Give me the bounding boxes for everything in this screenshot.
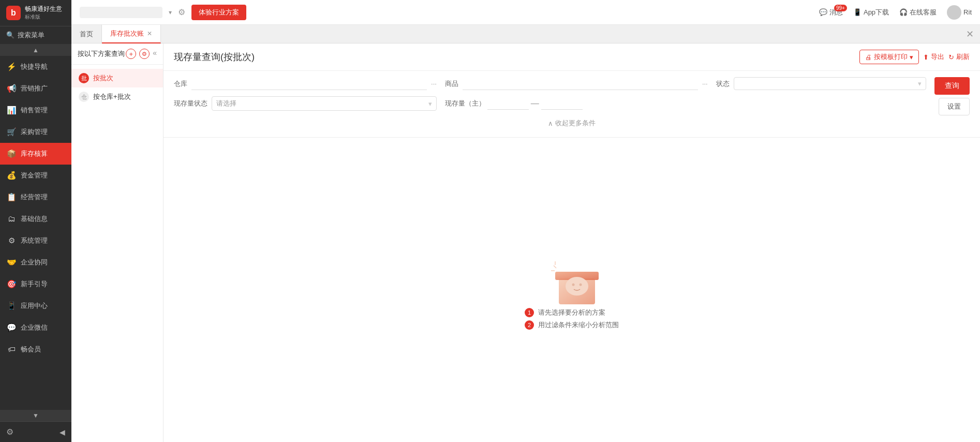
sidebar-item-enterprise[interactable]: 🤝 企业协同 <box>0 252 71 273</box>
industry-solution-button[interactable]: 体验行业方案 <box>191 5 246 20</box>
app-name: 畅康通好生意 <box>25 5 62 13</box>
empty-state: 1 请先选择要分析的方案 2 用过滤条件来缩小分析范围 <box>164 138 980 442</box>
app-info: 畅康通好生意 标准版 <box>25 5 62 21</box>
warehouse-label: 仓库 <box>174 79 187 89</box>
topbar: ▾ ⚙ 体验行业方案 💬 消息 99+ 📱 App下载 🎧 在线客服 Rit <box>71 0 980 25</box>
sidebar-item-label: 系统管理 <box>21 236 48 245</box>
tab-home-label: 首页 <box>80 30 93 39</box>
refresh-button[interactable]: ↻ 刷新 <box>948 52 970 62</box>
collapse-sidebar-icon[interactable]: ◀ <box>60 428 65 436</box>
product-dots-button[interactable]: ··· <box>702 80 708 87</box>
scheme-settings-button[interactable]: ⚙ <box>139 49 150 59</box>
close-panel-icon[interactable]: ✕ <box>966 28 974 40</box>
warehouse-input[interactable] <box>191 78 427 90</box>
quick-nav-icon: ⚡ <box>6 62 17 72</box>
sidebar-item-basic[interactable]: 🗂 基础信息 <box>0 208 71 230</box>
product-input[interactable] <box>463 78 698 90</box>
settings-icon[interactable]: ⚙ <box>6 427 13 437</box>
sidebar-item-operation[interactable]: 📋 经营管理 <box>0 186 71 208</box>
svg-line-5 <box>554 266 556 268</box>
user-avatar-area[interactable]: Rit <box>947 5 972 20</box>
sidebar-item-quick-nav[interactable]: ⚡ 快捷导航 <box>0 56 71 78</box>
page-header: 现存量查询(按批次) 🖨 按模板打印 ▾ ⬆ 导出 ↻ <box>164 43 980 71</box>
svg-point-3 <box>572 284 575 286</box>
online-service-icon: 🎧 <box>899 8 908 16</box>
operation-icon: 📋 <box>6 192 17 202</box>
filter-row-1: 仓库 ··· 商品 ··· <box>174 77 926 90</box>
finance-icon: 💰 <box>6 170 17 181</box>
filter-main: 仓库 ··· 商品 ··· <box>174 77 926 111</box>
sidebar-item-wechat[interactable]: 💬 企业微信 <box>0 317 71 338</box>
sidebar-item-sales[interactable]: 📊 销售管理 <box>0 99 71 121</box>
sidebar-item-inventory[interactable]: 📦 库存核算 <box>0 143 71 165</box>
warehouse-dots-button[interactable]: ··· <box>431 80 437 87</box>
sidebar-nav: ⚡ 快捷导航 📢 营销推广 📊 销售管理 🛒 采购管理 📦 库存核算 💰 资金管… <box>0 56 71 410</box>
scheme-item-by-warehouse-batch[interactable]: 仓 按仓库+批次 <box>71 87 163 106</box>
tab-inventory-batch[interactable]: 库存批次账 ✕ <box>102 25 161 43</box>
tab-close-icon[interactable]: ✕ <box>147 30 152 37</box>
online-service-button[interactable]: 🎧 在线客服 <box>899 8 937 17</box>
sidebar-item-label: 营销推广 <box>21 84 48 93</box>
page-actions: 🖨 按模板打印 ▾ ⬆ 导出 ↻ 刷新 <box>859 50 970 64</box>
query-button[interactable]: 查询 <box>934 77 970 95</box>
settings-button[interactable]: 设置 <box>939 98 970 115</box>
empty-illustration <box>546 250 598 302</box>
print-dropdown-icon: ▾ <box>910 53 913 61</box>
empty-svg <box>546 250 608 307</box>
app-download-icon: 📱 <box>853 8 862 16</box>
export-icon: ⬆ <box>923 53 929 61</box>
sidebar-item-member[interactable]: 🏷 畅会员 <box>0 338 71 360</box>
export-button[interactable]: ⬆ 导出 <box>923 52 944 62</box>
topbar-gear-icon[interactable]: ⚙ <box>178 7 185 17</box>
tab-panel-close[interactable]: ✕ <box>966 28 980 40</box>
sidebar-item-label: 新手引导 <box>21 279 48 289</box>
stock-qty-label: 现存量（主） <box>445 99 485 108</box>
sidebar-item-finance[interactable]: 💰 资金管理 <box>0 165 71 186</box>
print-label: 按模板打印 <box>874 52 908 62</box>
collapse-filter-label: 收起更多条件 <box>555 119 596 128</box>
right-content-panel: 现存量查询(按批次) 🖨 按模板打印 ▾ ⬆ 导出 ↻ <box>164 43 980 442</box>
status-label: 状态 <box>716 79 730 89</box>
print-button[interactable]: 🖨 按模板打印 ▾ <box>859 50 919 64</box>
search-icon: 🔍 <box>6 31 14 39</box>
main-area: ▾ ⚙ 体验行业方案 💬 消息 99+ 📱 App下载 🎧 在线客服 Rit <box>71 0 980 442</box>
sidebar: b 畅康通好生意 标准版 🔍 搜索菜单 ▲ ⚡ 快捷导航 📢 营销推广 📊 销售… <box>0 0 71 442</box>
empty-tip-2: 2 用过滤条件来缩小分析范围 <box>525 320 619 330</box>
tab-inventory-batch-label: 库存批次账 <box>110 29 144 38</box>
collapse-left-panel-button[interactable]: « <box>153 49 157 59</box>
app-download-button[interactable]: 📱 App下载 <box>853 8 889 17</box>
sidebar-scroll-up[interactable]: ▲ <box>0 45 71 56</box>
product-label: 商品 <box>445 79 458 89</box>
left-panel-actions: + ⚙ « <box>126 49 157 59</box>
tab-home[interactable]: 首页 <box>71 25 102 43</box>
sidebar-scroll-down[interactable]: ▼ <box>0 410 71 421</box>
topbar-dropdown-icon[interactable]: ▾ <box>169 9 172 16</box>
scheme-item-by-batch[interactable]: 批 按批次 <box>71 69 163 87</box>
status-dropdown-icon: ▾ <box>918 80 922 87</box>
app-logo: b <box>6 6 21 20</box>
add-scheme-button[interactable]: + <box>126 49 136 59</box>
stock-status-dropdown-icon: ▾ <box>428 100 432 108</box>
message-button[interactable]: 💬 消息 99+ <box>819 8 843 17</box>
sidebar-item-marketing[interactable]: 📢 营销推广 <box>0 78 71 99</box>
basic-icon: 🗂 <box>6 214 17 224</box>
sidebar-item-appcenter[interactable]: 📱 应用中心 <box>0 295 71 317</box>
empty-tips: 1 请先选择要分析的方案 2 用过滤条件来缩小分析范围 <box>525 308 619 330</box>
stock-qty-from-input[interactable] <box>487 97 529 110</box>
scheme-label-by-warehouse-batch: 按仓库+批次 <box>93 92 131 101</box>
stock-status-select[interactable]: 请选择 ▾ <box>212 96 437 111</box>
empty-tip-1: 1 请先选择要分析的方案 <box>525 308 619 317</box>
search-menu[interactable]: 🔍 搜索菜单 <box>0 26 71 45</box>
sidebar-item-system[interactable]: ⚙ 系统管理 <box>0 230 71 252</box>
topbar-search-input[interactable] <box>80 7 162 18</box>
sidebar-item-newuser[interactable]: 🎯 新手引导 <box>0 273 71 295</box>
tip-num-1: 1 <box>525 308 534 317</box>
sidebar-item-label: 资金管理 <box>21 171 48 180</box>
page-title-row: 现存量查询(按批次) 🖨 按模板打印 ▾ ⬆ 导出 ↻ <box>174 50 970 64</box>
collapse-filter-button[interactable]: ∧ 收起更多条件 <box>174 115 970 131</box>
scheme-label-by-batch: 按批次 <box>93 73 113 83</box>
status-select[interactable]: ▾ <box>734 77 926 90</box>
topbar-right: 💬 消息 99+ 📱 App下载 🎧 在线客服 Rit <box>819 5 972 20</box>
sidebar-item-purchase[interactable]: 🛒 采购管理 <box>0 121 71 143</box>
stock-qty-to-input[interactable] <box>541 97 583 110</box>
